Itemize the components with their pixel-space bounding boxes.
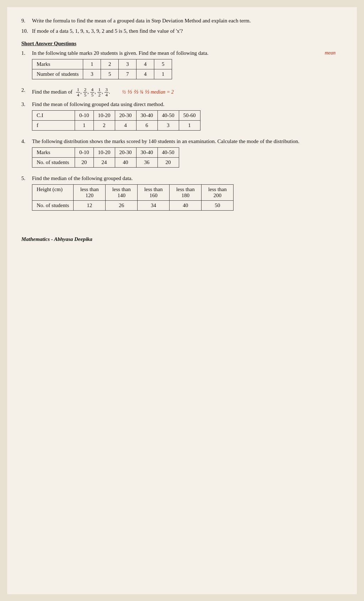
sq5-text: Find the median of the following grouped… [32,175,133,181]
sq4-number: 4. [21,138,30,172]
sq5-h5: less than200 [202,184,234,200]
sq4-n4: 36 [136,157,157,167]
sq2-body: Find the median of 1 4 , 2 5 , 4 5 , 1 2 [32,87,343,98]
sq5-n3: 34 [138,200,170,210]
short-q5: 5. Find the median of the following grou… [21,175,343,215]
short-q2: 2. Find the median of 1 4 , 2 5 , 4 5 , … [21,87,343,98]
sq4-m2: 10-20 [93,147,115,157]
sq4-nos-label: No. of students [32,157,75,167]
sq4-table: Marks 0-10 10-20 20-30 30-40 40-50 No. o… [32,147,179,168]
table1-col5: 5 [154,59,172,69]
sq3-f5: 3 [157,120,179,130]
sq1-annotation: mean [325,50,336,56]
short-answer-heading: Short Answer Questions [21,41,343,47]
sq3-ci1: 0-10 [75,110,94,120]
short-q4: 4. The following distribution shows the … [21,138,343,172]
table1-header-marks: Marks [32,59,83,69]
sq4-n5: 20 [157,157,179,167]
sq4-n3: 40 [115,157,136,167]
sq1-table: Marks 1 2 3 4 5 Number of students 3 5 7… [32,59,172,79]
table1-s5: 1 [154,69,172,79]
sq4-m4: 30-40 [136,147,157,157]
question-10: 10. If mode of a data 5, 1, 9, x, 3, 9, … [21,28,343,34]
q9-number: 9. [21,18,30,24]
q10-number: 10. [21,28,30,34]
sq2-fractions: 1 4 , 2 5 , 4 5 , 1 2 , 3 4 . [76,89,111,95]
table1-s1: 3 [83,69,101,79]
q9-text: Write the formula to find the mean of a … [32,18,343,24]
sq3-ci2: 10-20 [93,110,115,120]
sq5-height-label: Height (cm) [32,184,74,200]
sq3-f3: 4 [115,120,136,130]
sq4-n2: 24 [93,157,115,167]
short-q3: 3. Find the mean of following grouped da… [21,101,343,135]
sq2-number: 2. [21,87,30,98]
table1-col3: 3 [119,59,136,69]
sq1-text: In the following table marks 20 students… [32,50,209,56]
sq3-number: 3. [21,101,30,135]
table1-col4: 4 [136,59,154,69]
sq3-ci-label: C.I [32,110,75,120]
sq4-text: The following distribution shows the mar… [32,138,299,144]
table1-s4: 4 [136,69,154,79]
sq5-n4: 40 [170,200,202,210]
sq4-body: The following distribution shows the mar… [32,138,343,172]
sq2-text-pre: Find the median of [32,89,73,95]
sq3-ci6: 50-60 [179,110,200,120]
sq3-f4: 6 [136,120,157,130]
sq1-number: 1. [21,50,30,84]
sq4-m1: 0-10 [75,147,94,157]
question-9: 9. Write the formula to find the mean of… [21,18,343,24]
table1-col1: 1 [83,59,101,69]
table1-col2: 2 [101,59,119,69]
frac-1-2: 1 2 [97,87,101,98]
sq5-number: 5. [21,175,30,215]
page: 9. Write the formula to find the mean of… [7,7,357,594]
sq5-body: Find the median of the following grouped… [32,175,343,215]
sq3-ci3: 20-30 [115,110,136,120]
frac-1-4: 1 4 [76,87,80,98]
sq3-ci5: 40-50 [157,110,179,120]
frac-4-5: 4 5 [90,87,94,98]
sq4-n1: 20 [75,157,94,167]
frac-2-5: 2 5 [83,87,87,98]
footer-text: Mathematics - Abhyasa Deepika [21,236,343,242]
sq4-m3: 20-30 [115,147,136,157]
sq5-table: Height (cm) less than120 less than140 le… [32,184,234,211]
q10-text: If mode of a data 5, 1, 9, x, 3, 9, 2 an… [32,28,343,34]
sq3-f6: 1 [179,120,200,130]
sq1-body: In the following table marks 20 students… [32,50,343,84]
sq5-h1: less than120 [74,184,106,200]
sq3-f-label: f [32,120,75,130]
short-q1: 1. In the following table marks 20 stude… [21,50,343,84]
sq3-table: C.I 0-10 10-20 20-30 30-40 40-50 50-60 f… [32,110,200,131]
sq5-n2: 26 [106,200,138,210]
frac-3-4: 3 4 [105,87,108,98]
sq5-h2: less than140 [106,184,138,200]
sq3-body: Find the mean of following grouped data … [32,101,343,135]
sq5-n5: 50 [202,200,234,210]
sq5-h4: less than180 [170,184,202,200]
sq2-annotation: ½ ⅓ ⅔ ¾ ⅓ median = 2 [122,89,173,95]
table1-s2: 5 [101,69,119,79]
sq3-text: Find the mean of following grouped data … [32,101,164,107]
sq3-f2: 2 [93,120,115,130]
table1-students-label: Number of students [32,69,83,79]
sq5-n1: 12 [74,200,106,210]
sq5-h3: less than160 [138,184,170,200]
table1-s3: 7 [119,69,136,79]
sq4-marks-label: Marks [32,147,75,157]
sq3-f1: 1 [75,120,94,130]
sq5-nos-label: No. of students [32,200,74,210]
sq3-ci4: 30-40 [136,110,157,120]
sq4-m5: 40-50 [157,147,179,157]
